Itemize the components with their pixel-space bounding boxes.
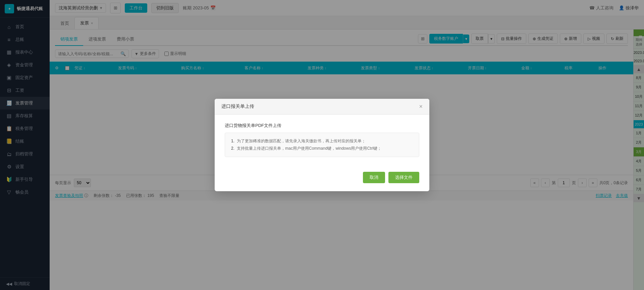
dialog-header: 进口报关单上传 × bbox=[215, 99, 429, 115]
dialog-info-box: 1. 为了更加稀准的数据匹配，请先录入海关缴款书，再上传对应的报关单； 2. 支… bbox=[225, 133, 419, 157]
import-dialog: 进口报关单上传 × 进口货物报关单PDF文件上传 1. 为了更加稀准的数据匹配，… bbox=[215, 99, 429, 191]
select-file-button[interactable]: 选择文件 bbox=[388, 172, 419, 183]
dialog-info-item-1: 1. 为了更加稀准的数据匹配，请先录入海关缴款书，再上传对应的报关单； bbox=[231, 138, 413, 145]
dialog-footer: 取消 选择文件 bbox=[215, 172, 429, 191]
dialog-title: 进口报关单上传 bbox=[221, 103, 254, 110]
dialog-body: 进口货物报关单PDF文件上传 1. 为了更加稀准的数据匹配，请先录入海关缴款书，… bbox=[215, 115, 429, 172]
modal-overlay: 进口报关单上传 × 进口货物报关单PDF文件上传 1. 为了更加稀准的数据匹配，… bbox=[0, 0, 644, 290]
dialog-section-title: 进口货物报关单PDF文件上传 bbox=[225, 123, 419, 129]
cancel-button[interactable]: 取消 bbox=[363, 172, 385, 183]
dialog-info-item-2: 2. 支持批量上传进口报关单，mac用户使用Command键，windows用户… bbox=[231, 145, 413, 152]
dialog-close-icon[interactable]: × bbox=[419, 103, 423, 110]
